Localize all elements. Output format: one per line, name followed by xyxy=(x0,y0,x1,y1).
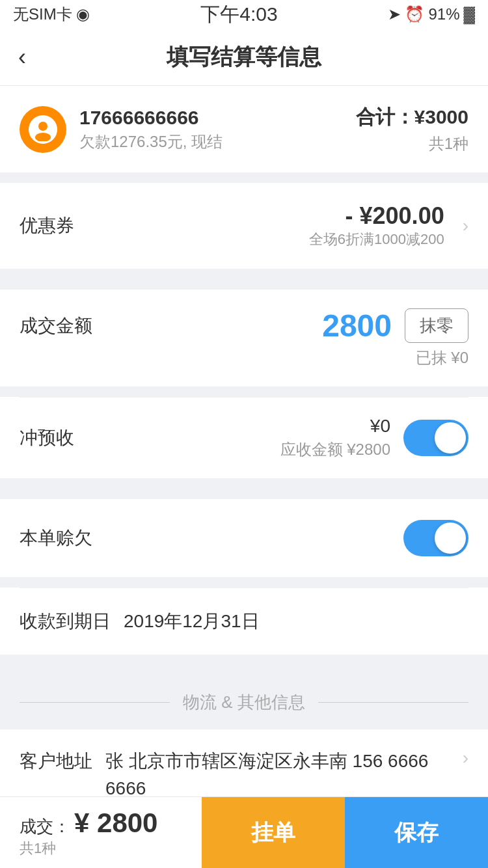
chong-yushou-toggle[interactable] xyxy=(403,420,468,456)
address-label: 客户地址 xyxy=(20,748,92,774)
svg-point-1 xyxy=(35,133,51,141)
user-total: 合计：¥3000 共1种 xyxy=(356,104,468,154)
deal-amount-section: 成交金额 2800 抹零 已抹 ¥0 xyxy=(0,290,488,387)
user-info: 17666666666 欠款1276.35元, 现结 xyxy=(79,107,356,152)
round-button[interactable]: 抹零 xyxy=(405,308,468,343)
beidan-label: 本单赊欠 xyxy=(20,526,403,550)
gray-separator-1 xyxy=(0,279,488,290)
content: 17666666666 欠款1276.35元, 现结 合计：¥3000 共1种 … xyxy=(0,86,488,868)
chevron-right-icon: › xyxy=(463,215,468,236)
beidan-section: 本单赊欠 xyxy=(0,499,488,577)
user-sub: 欠款1276.35元, 现结 xyxy=(79,131,356,152)
beidan-toggle[interactable] xyxy=(403,520,468,556)
gray-separator-2 xyxy=(0,489,488,499)
amount-row: 成交金额 2800 抹零 xyxy=(20,308,468,344)
save-button[interactable]: 保存 xyxy=(345,797,488,868)
section-divider: 物流 & 其他信息 xyxy=(0,675,488,729)
status-right: ➤ ⏰ 91% ▓ xyxy=(388,5,475,23)
duedate-value: 2019年12月31日 xyxy=(124,609,260,634)
user-info-section: 17666666666 欠款1276.35元, 现结 合计：¥3000 共1种 xyxy=(0,86,488,172)
avatar xyxy=(20,106,66,153)
status-bar: 无SIM卡 ◉ 下午4:03 ➤ ⏰ 91% ▓ xyxy=(0,0,488,29)
no-sim-label: 无SIM卡 ◉ xyxy=(13,4,90,25)
bottom-summary: 成交： ¥ 2800 共1种 xyxy=(0,797,202,868)
bottom-bar: 成交： ¥ 2800 共1种 挂单 保存 xyxy=(0,796,488,868)
nav-bar: ‹ 填写结算等信息 xyxy=(0,29,488,86)
toggle-knob xyxy=(435,422,466,454)
beidan-row: 本单赊欠 xyxy=(0,499,488,577)
deal-amount-label: 成交金额 xyxy=(20,314,322,338)
chong-amount: ¥0 xyxy=(370,416,390,437)
nav-icon: ➤ xyxy=(388,5,401,23)
status-left: 无SIM卡 ◉ xyxy=(13,4,90,25)
chong-yushou-right: ¥0 应收金额 ¥2800 xyxy=(205,416,390,460)
address-chevron-icon: › xyxy=(463,748,468,768)
back-button[interactable]: ‹ xyxy=(18,44,26,71)
deal-amount-value: 2800 xyxy=(322,308,392,344)
battery-label: 91% xyxy=(428,5,459,23)
bottom-sub: 共1种 xyxy=(20,839,182,858)
section-divider-text: 物流 & 其他信息 xyxy=(183,691,305,714)
total-sub: 共1种 xyxy=(356,133,468,154)
bottom-deal-label: 成交： xyxy=(20,815,70,838)
coupon-row[interactable]: 优惠券 - ¥200.00 全场6折满1000减200 › xyxy=(0,183,488,269)
clock-icon: ⏰ xyxy=(405,5,424,23)
coupon-label: 优惠券 xyxy=(20,213,98,238)
svg-point-0 xyxy=(38,122,47,131)
coupon-section: 优惠券 - ¥200.00 全场6折满1000减200 › xyxy=(0,183,488,269)
chong-yushou-label: 冲预收 xyxy=(20,426,205,450)
coupon-amount: - ¥200.00 xyxy=(309,202,444,230)
chong-yushou-section: 冲预收 ¥0 应收金额 ¥2800 xyxy=(0,397,488,478)
user-row: 17666666666 欠款1276.35元, 现结 合计：¥3000 共1种 xyxy=(0,86,488,172)
duedate-row: 收款到期日 2019年12月31日 xyxy=(0,588,488,655)
page-title: 填写结算等信息 xyxy=(167,42,321,72)
avatar-icon xyxy=(29,115,57,144)
divider-line-left xyxy=(20,702,170,703)
duedate-section: 收款到期日 2019年12月31日 xyxy=(0,588,488,655)
coupon-right: - ¥200.00 全场6折满1000减200 › xyxy=(98,202,468,249)
chong-sub: 应收金额 ¥2800 xyxy=(280,439,390,460)
total-amount: 合计：¥3000 xyxy=(356,104,468,131)
hang-button[interactable]: 挂单 xyxy=(202,797,345,868)
chong-yushou-row: 冲预收 ¥0 应收金额 ¥2800 xyxy=(0,398,488,478)
duedate-label: 收款到期日 xyxy=(20,609,111,634)
coupon-sub: 全场6折满1000减200 xyxy=(309,230,444,249)
divider-line-right xyxy=(318,702,468,703)
deal-amount-sub: 已抹 ¥0 xyxy=(20,347,468,368)
user-phone: 17666666666 xyxy=(79,107,356,129)
battery-icon: ▓ xyxy=(464,5,476,23)
status-time: 下午4:03 xyxy=(200,1,277,28)
address-value: 张 北京市市辖区海淀区永丰南 156 6666 6666 xyxy=(105,748,455,802)
beidan-toggle-knob xyxy=(435,522,466,554)
gray-separator-3 xyxy=(0,665,488,675)
bottom-amount: ¥ 2800 xyxy=(74,807,157,839)
